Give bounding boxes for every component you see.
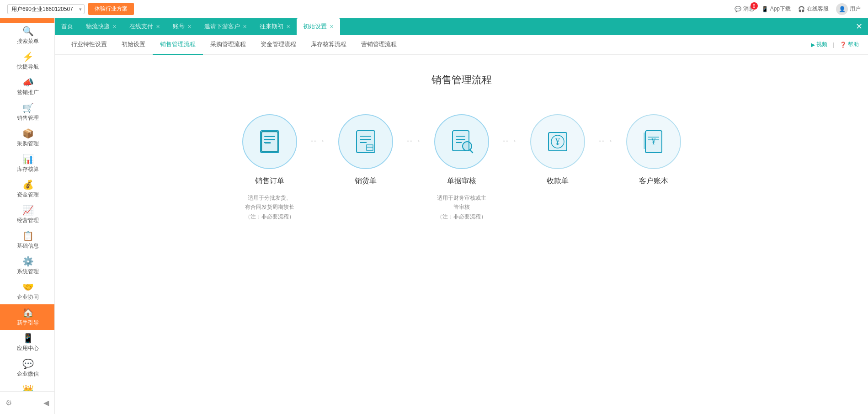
sidebar-item-finance[interactable]: 💰 资金管理 bbox=[0, 176, 54, 202]
tab-close-icon[interactable]: ✕ bbox=[330, 24, 334, 30]
sub-tab-init-settings[interactable]: 初始设置 bbox=[114, 35, 153, 55]
step-circle-sales-order[interactable] bbox=[242, 114, 297, 169]
trial-button[interactable]: 体验行业方案 bbox=[88, 3, 134, 15]
tab-close-icon[interactable]: ✕ bbox=[286, 24, 290, 30]
svg-text:¥: ¥ bbox=[555, 137, 560, 147]
settings-icon[interactable]: ⚙ bbox=[5, 398, 12, 407]
flow-arrow-3: - - → bbox=[498, 136, 521, 146]
sidebar-item-system[interactable]: ⚙️ 系统管理 bbox=[0, 253, 54, 279]
changhui-icon: 👑 bbox=[22, 385, 34, 392]
sidebar-item-app-center[interactable]: 📱 应用中心 bbox=[0, 330, 54, 356]
sidebar-item-enterprise-collab[interactable]: 🤝 企业协同 bbox=[0, 279, 54, 304]
nav-bar-close-button[interactable]: ✕ bbox=[850, 21, 868, 32]
tab-init-settings[interactable]: 初始设置 ✕ bbox=[297, 18, 340, 35]
flow-step-payment-receipt: ¥ 收款单 bbox=[521, 114, 594, 193]
sidebar-item-label: 基础信息 bbox=[17, 242, 39, 250]
tab-close-icon[interactable]: ✕ bbox=[243, 24, 247, 30]
step-name-customer-ledger: 客户账本 bbox=[639, 176, 668, 186]
tab-invite-downstream[interactable]: 邀请下游客户 ✕ bbox=[198, 18, 253, 35]
tab-online-payment[interactable]: 在线支付 ✕ bbox=[123, 18, 166, 35]
flow-arrow-2: - - → bbox=[402, 136, 425, 146]
video-label: 视频 bbox=[816, 41, 827, 48]
sidebar-item-new-guide[interactable]: 🏠 新手引导 bbox=[0, 304, 54, 330]
sidebar-item-label: 快捷导航 bbox=[17, 63, 39, 71]
operations-icon: 📈 bbox=[22, 206, 34, 215]
sidebar-item-basic-info[interactable]: 📋 基础信息 bbox=[0, 228, 54, 253]
tab-account[interactable]: 账号 ✕ bbox=[166, 18, 198, 35]
top-bar: 用户690企业1660120507 体验行业方案 💬 消息 6 📱 App下载 … bbox=[0, 0, 868, 18]
online-service-item[interactable]: 🎧 在线客服 bbox=[798, 5, 829, 13]
step-circle-customer-ledger[interactable]: ¥ bbox=[626, 114, 681, 169]
user-avatar-item[interactable]: 👤 用户 bbox=[836, 3, 861, 15]
tab-home-label: 首页 bbox=[61, 22, 73, 31]
svg-line-15 bbox=[470, 150, 473, 153]
sub-tab-label: 初始设置 bbox=[122, 40, 145, 48]
sidebar-item-sales-management[interactable]: 🛒 销售管理 bbox=[0, 100, 54, 125]
sidebar-item-operations[interactable]: 📈 经营管理 bbox=[0, 202, 54, 228]
top-bar-right: 💬 消息 6 📱 App下载 🎧 在线客服 👤 用户 bbox=[735, 3, 861, 15]
sub-tab-marketing-flow[interactable]: 营销管理流程 bbox=[354, 35, 404, 55]
flow-step-customer-ledger: ¥ 客户账本 bbox=[617, 114, 690, 193]
tab-logistics-label: 物流快递 bbox=[86, 22, 110, 31]
online-service-label: 在线客服 bbox=[807, 5, 829, 13]
app-download-item[interactable]: 📱 App下载 bbox=[761, 5, 791, 13]
sidebar-item-label: 资金管理 bbox=[17, 191, 39, 199]
step-circle-document-review[interactable] bbox=[434, 114, 489, 169]
tab-logistics[interactable]: 物流快递 ✕ bbox=[80, 18, 123, 35]
main-content: 行业特性设置 初始设置 销售管理流程 采购管理流程 资金管理流程 库存核算流程 … bbox=[55, 35, 868, 414]
sidebar-item-purchase-management[interactable]: 📦 采购管理 bbox=[0, 125, 54, 151]
guide-icon: 🏠 bbox=[22, 308, 34, 317]
sales-icon: 🛒 bbox=[22, 103, 34, 112]
sidebar-item-changhui[interactable]: 👑 畅会员 bbox=[0, 381, 54, 391]
sub-tab-label: 营销管理流程 bbox=[361, 40, 397, 48]
sidebar-item-search[interactable]: 🔍 搜索菜单 bbox=[0, 23, 54, 48]
step-circle-sales-delivery[interactable] bbox=[338, 114, 393, 169]
sub-tabs: 行业特性设置 初始设置 销售管理流程 采购管理流程 资金管理流程 库存核算流程 … bbox=[55, 35, 868, 55]
flow-container: 销售管理流程 销售订单 适用于分批发货 bbox=[55, 55, 868, 400]
tab-close-icon[interactable]: ✕ bbox=[156, 24, 160, 30]
message-icon-item[interactable]: 💬 消息 6 bbox=[735, 5, 754, 13]
sidebar-item-quick-nav[interactable]: ⚡ 快捷导航 bbox=[0, 48, 54, 74]
step-name-sales-delivery: 销货单 bbox=[355, 176, 377, 186]
message-badge: 6 bbox=[751, 2, 758, 10]
sidebar-item-enterprise-wechat[interactable]: 💬 企业微信 bbox=[0, 356, 54, 381]
headset-icon: 🎧 bbox=[798, 6, 805, 12]
tab-past-period[interactable]: 往来期初 ✕ bbox=[253, 18, 297, 35]
system-icon: ⚙️ bbox=[22, 257, 34, 266]
step-name-sales-order: 销售订单 bbox=[255, 176, 284, 186]
sub-tab-industry-settings[interactable]: 行业特性设置 bbox=[64, 35, 114, 55]
tab-close-icon[interactable]: ✕ bbox=[112, 24, 117, 30]
app-download-label: App下载 bbox=[770, 5, 791, 13]
step-name-payment-receipt: 收款单 bbox=[547, 176, 569, 186]
step-name-document-review: 单据审核 bbox=[447, 176, 476, 186]
sidebar-item-inventory[interactable]: 📊 库存核算 bbox=[0, 151, 54, 176]
help-icon: ❓ bbox=[840, 42, 847, 48]
collapse-icon[interactable]: ◀ bbox=[43, 398, 49, 407]
user-selector-wrap[interactable]: 用户690企业1660120507 bbox=[7, 4, 85, 14]
tab-close-icon[interactable]: ✕ bbox=[187, 24, 192, 30]
tab-home[interactable]: 首页 bbox=[55, 18, 80, 35]
sidebar-bottom: ⚙ ◀ bbox=[0, 391, 54, 414]
app-download-icon: 📱 bbox=[761, 6, 768, 12]
flow-step-sales-order: 销售订单 适用于分批发货、有合同发货周期较长（注：非必要流程） bbox=[233, 114, 306, 221]
sidebar-item-marketing-promotion[interactable]: 📣 营销推广 bbox=[0, 74, 54, 100]
tab-init-settings-label: 初始设置 bbox=[303, 22, 327, 31]
sub-tab-purchase-flow[interactable]: 采购管理流程 bbox=[203, 35, 253, 55]
step-circle-payment-receipt[interactable]: ¥ bbox=[530, 114, 585, 169]
video-link[interactable]: ▶ 视频 bbox=[811, 41, 827, 48]
user-selector[interactable]: 用户690企业1660120507 bbox=[7, 4, 85, 14]
sidebar-item-label: 应用中心 bbox=[17, 345, 39, 352]
sub-tab-label: 库存核算流程 bbox=[311, 40, 346, 48]
sub-tab-sales-flow[interactable]: 销售管理流程 bbox=[153, 35, 203, 55]
collab-icon: 🤝 bbox=[22, 282, 34, 292]
tab-account-label: 账号 bbox=[173, 22, 185, 31]
step-desc-sales-order: 适用于分批发货、有合同发货周期较长（注：非必要流程） bbox=[245, 193, 294, 221]
sub-tab-finance-flow[interactable]: 资金管理流程 bbox=[253, 35, 304, 55]
help-link[interactable]: ❓ 帮助 bbox=[840, 41, 859, 48]
tab-past-period-label: 往来期初 bbox=[260, 22, 283, 31]
flow-title: 销售管理流程 bbox=[82, 73, 841, 87]
sub-tab-inventory-flow[interactable]: 库存核算流程 bbox=[304, 35, 354, 55]
sub-tab-label: 采购管理流程 bbox=[210, 40, 246, 48]
inventory-icon: 📊 bbox=[22, 154, 34, 164]
video-icon: ▶ bbox=[811, 42, 815, 48]
